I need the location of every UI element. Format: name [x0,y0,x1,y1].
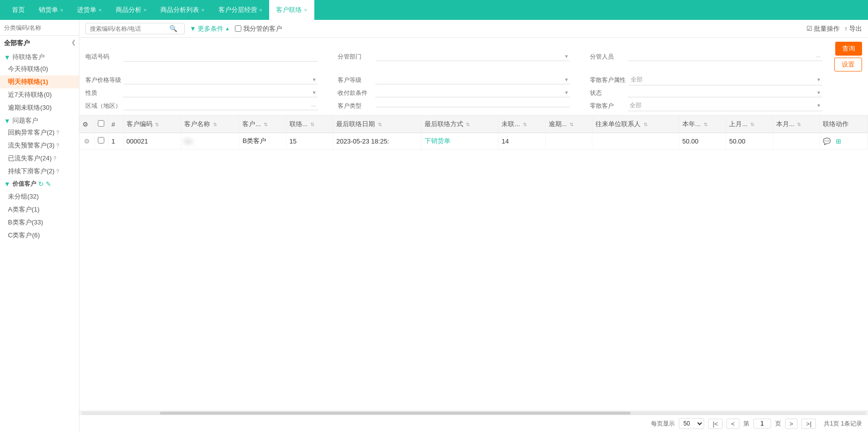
content-area: 🔍 ▼ 更多条件 ▲ 我分管的客户 ☑ 批量操作 ↑ 导出 [79,20,868,432]
gender-select[interactable]: ▾ [123,88,318,97]
th-last-contact-date: 最后联络日期 ⇅ [333,116,421,133]
prev-page-btn[interactable]: < [726,419,739,429]
table-area: ⚙ # 客户编码 ⇅ 客户名称 ⇅ [79,116,868,411]
cell-last-method[interactable]: 下销货单 [421,133,499,149]
query-button[interactable]: 查询 [835,42,862,56]
nav-product-analysis-list[interactable]: 商品分析列表 × [153,0,211,20]
next-page-btn[interactable]: > [785,419,798,429]
payment-select[interactable]: ▾ [375,88,570,97]
sidebar-item-churned[interactable]: 已流失客户(24) ? [0,152,79,165]
scrollbar-area[interactable] [79,411,868,415]
sort-icon[interactable]: ⇅ [750,122,754,127]
search-icon[interactable]: 🔍 [169,25,177,32]
page-number-input[interactable] [753,419,771,429]
sidebar-item-overdue-contact[interactable]: 逾期未联络(30) [0,101,79,114]
search-input-wrap: 🔍 [85,23,185,34]
sort-icon[interactable]: ⇅ [704,122,708,127]
customer-level-select[interactable]: ▾ [375,75,570,84]
contact-method-link[interactable]: 下销货单 [425,137,450,144]
sort-icon[interactable]: ⇅ [264,122,268,127]
help-icon[interactable]: ? [56,130,59,136]
sort-icon[interactable]: ⇅ [570,122,574,127]
qr-icon[interactable]: ⊞ [836,138,841,145]
region-select[interactable]: ··· [124,102,318,110]
search-bar: 🔍 ▼ 更多条件 ▲ 我分管的客户 ☑ 批量操作 ↑ 导出 [79,20,868,38]
scrollbar-track[interactable] [81,412,866,415]
close-icon[interactable]: × [144,7,146,13]
last-page-btn[interactable]: >| [801,419,816,429]
cell-action[interactable]: 💬 ⊞ [820,133,868,149]
sort-icon[interactable]: ⇅ [644,122,648,127]
retail-attr-select[interactable]: 全部 ▾ [629,74,822,85]
help-icon[interactable]: ? [56,143,59,148]
my-customers-checkbox[interactable] [235,25,241,32]
cell-contacts [592,133,679,149]
manager-select[interactable]: ··· [628,53,822,61]
close-icon[interactable]: × [304,7,307,13]
chevron-down-icon: ▾ [565,89,568,96]
value-group-icons: ↻ ✎ [38,180,51,188]
sidebar-item-tomorrow-contact[interactable]: 明天待联络(1) [0,75,79,88]
search-input[interactable] [90,25,169,32]
status-select[interactable]: ▾ [628,88,822,97]
sidebar-item-churn-warning[interactable]: 流失预警客户(3) ? [0,139,79,152]
cell-settings[interactable]: ⚙ [79,133,94,149]
help-icon[interactable]: ? [53,155,56,161]
nav-sales-order[interactable]: 销货单 × [32,0,70,20]
retail-customer-select[interactable]: 全部 ▾ [628,100,822,111]
close-icon[interactable]: × [259,7,262,13]
sidebar-item-repurchase-abnormal[interactable]: 回购异常客户(2) ? [0,126,79,139]
nav-customer-contact[interactable]: 客户联络 × [269,0,314,20]
price-level-label: 客户价格等级 [85,76,121,84]
sort-icon[interactable]: ⇅ [213,122,217,127]
sidebar-search-area: 🔍 [0,20,79,36]
sidebar-item-today-contact[interactable]: 今天待联络(0) [0,63,79,75]
sort-icon[interactable]: ⇅ [466,122,470,127]
scrollbar-thumb[interactable] [160,412,631,415]
my-customers-check[interactable]: 我分管的客户 [235,24,282,33]
export-btn[interactable]: ↑ 导出 [845,24,863,33]
status-label: 状态 [590,89,625,97]
collapse-icon[interactable]: 《 [69,39,75,48]
chevron-down-icon: ▾ [817,102,820,109]
sort-icon[interactable]: ⇅ [310,122,314,127]
sidebar-search-input[interactable] [4,24,78,31]
edit-icon[interactable]: ✎ [46,180,51,188]
sidebar-item-type-a[interactable]: A类客户(1) [0,203,79,216]
close-icon[interactable]: × [60,7,63,13]
nav-product-analysis[interactable]: 商品分析 × [109,0,153,20]
sidebar-item-type-b[interactable]: B类客户(33) [0,216,79,229]
sidebar-item-7day-contact[interactable]: 近7天待联络(0) [0,88,79,101]
first-page-btn[interactable]: |< [708,419,723,429]
sort-icon[interactable]: ⇅ [378,122,382,127]
nav-purchase-order[interactable]: 进货单 × [70,0,108,20]
th-overdue: 逾期... ⇅ [545,116,592,133]
filter-more-btn[interactable]: ▼ 更多条件 ▲ [190,24,230,33]
chevron-down-icon: ▾ [817,76,820,83]
sort-icon[interactable]: ⇅ [523,122,527,127]
settings-icon[interactable]: ⚙ [82,121,88,128]
sidebar-item-ungrouped[interactable]: 未分组(32) [0,190,79,203]
help-icon[interactable]: ? [56,168,59,174]
contact-icon[interactable]: 💬 [823,138,831,145]
refresh-icon[interactable]: ↻ [38,180,44,188]
nav-home[interactable]: 首页 [5,0,32,20]
sidebar-item-declining[interactable]: 持续下滑客户(2) ? [0,165,79,178]
phone-input[interactable] [123,52,318,62]
cell-name[interactable]: Ea [181,133,239,149]
set-button[interactable]: 设置 [834,58,862,72]
nav-customer-tier[interactable]: 客户分层经营 × [212,0,269,20]
sort-icon[interactable]: ⇅ [797,122,801,127]
row-checkbox[interactable] [98,137,104,144]
price-level-select[interactable]: ▾ [124,75,318,84]
sidebar-item-type-c[interactable]: C类客户(6) [0,229,79,242]
sort-icon[interactable]: ⇅ [155,122,159,127]
close-icon[interactable]: × [201,7,204,13]
select-all-checkbox[interactable] [98,120,104,127]
cell-checkbox[interactable] [94,133,108,149]
bulk-operation-btn[interactable]: ☑ 批量操作 [806,24,840,33]
dept-select[interactable]: ▾ [375,52,570,61]
close-icon[interactable]: × [98,7,101,13]
customer-type-select[interactable] [375,105,570,107]
page-size-select[interactable]: 50 100 200 [679,418,704,429]
